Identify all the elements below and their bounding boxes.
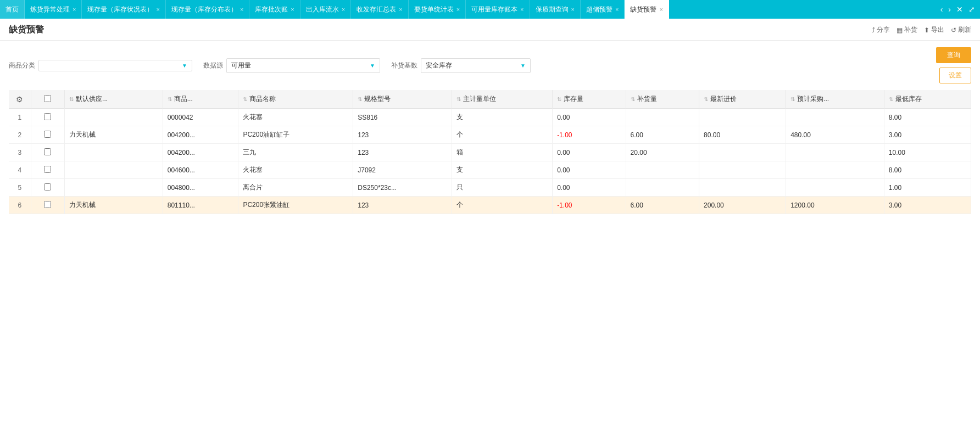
tab-inventory-status[interactable]: 现存量（库存状况表） ×	[82, 0, 165, 19]
tab-close-purchase-stat[interactable]: ×	[456, 6, 460, 13]
replenish-base-select[interactable]: 安全库存 ▼	[421, 58, 531, 73]
th-product-name[interactable]: ⇅ 商品名称	[238, 90, 353, 109]
replenish-button[interactable]: ▦ 补货	[897, 25, 917, 35]
row-checkbox[interactable]	[44, 148, 51, 155]
tab-close-inventory-status[interactable]: ×	[156, 6, 159, 13]
sort-icon-product-name: ⇅	[243, 96, 247, 102]
th-default-supplier[interactable]: ⇅ 默认供应...	[65, 90, 163, 109]
tab-inventory-dist[interactable]: 现存量（库存分布表） ×	[166, 0, 249, 19]
sort-icon-stock-qty: ⇅	[557, 96, 561, 102]
row-checkbox-cell[interactable]	[31, 179, 65, 197]
export-icon: ⬆	[924, 26, 929, 34]
row-stock-qty: 0.00	[553, 144, 626, 161]
tab-close-available-ledger[interactable]: ×	[520, 6, 524, 13]
tab-available-ledger[interactable]: 可用量库存账本 ×	[466, 0, 530, 19]
tab-shortage[interactable]: 缺货预警 ×	[625, 0, 669, 19]
settings-gear-icon[interactable]: ⚙	[16, 95, 23, 104]
page-title: 缺货预警	[9, 24, 44, 36]
export-button[interactable]: ⬆ 导出	[924, 25, 944, 35]
tab-bar: 首页 炼货异常处理 × 现存量（库存状况表） × 现存量（库存分布表） × 库存…	[0, 0, 980, 19]
row-checkbox-cell[interactable]	[31, 161, 65, 179]
row-number: 5	[9, 179, 31, 197]
tab-close-abnormal[interactable]: ×	[73, 6, 76, 13]
row-number: 2	[9, 126, 31, 144]
replenish-icon: ▦	[897, 26, 903, 34]
tab-close-batch-account[interactable]: ×	[291, 6, 294, 13]
category-chevron-icon: ▼	[182, 63, 187, 69]
replenish-base-value: 安全库存	[426, 61, 452, 70]
row-est-purchase	[786, 161, 884, 179]
tab-inout-flow[interactable]: 出入库流水 ×	[300, 0, 351, 19]
tab-overstock[interactable]: 超储预警 ×	[581, 0, 625, 19]
select-all-checkbox[interactable]	[44, 95, 51, 102]
datasource-filter-group: 数据源 可用量 ▼	[203, 58, 380, 73]
share-icon: ⤴	[872, 26, 875, 34]
row-est-purchase: 480.00	[786, 126, 884, 144]
row-unit: 支	[452, 109, 553, 126]
row-spec: J7092	[353, 161, 452, 179]
row-product-code: 004200...	[163, 126, 238, 144]
th-est-purchase[interactable]: ⇅ 预计采购...	[786, 90, 884, 109]
tab-close-expiry-query[interactable]: ×	[571, 6, 575, 13]
row-checkbox[interactable]	[44, 113, 51, 120]
tab-close-overstock[interactable]: ×	[615, 6, 619, 13]
row-checkbox-cell[interactable]	[31, 126, 65, 144]
row-unit: 支	[452, 161, 553, 179]
tab-close-inventory-dist[interactable]: ×	[240, 6, 243, 13]
datasource-select[interactable]: 可用量 ▼	[226, 58, 380, 73]
table-row: 1 0000042 火花塞 SS816 支 0.00 8.00	[9, 109, 971, 126]
row-checkbox[interactable]	[44, 201, 51, 208]
tab-close-shortage[interactable]: ×	[659, 6, 662, 13]
tab-batch-account[interactable]: 库存批次账 ×	[249, 0, 300, 19]
th-settings[interactable]: ⚙	[9, 90, 31, 109]
row-checkbox[interactable]	[44, 183, 51, 191]
refresh-button[interactable]: ↺ 刷新	[951, 25, 971, 35]
tab-collect-summary[interactable]: 收发存汇总表 ×	[351, 0, 408, 19]
datasource-chevron-icon: ▼	[370, 63, 375, 69]
row-supplier	[65, 161, 163, 179]
row-unit: 个	[452, 126, 553, 144]
sort-icon-supplier: ⇅	[69, 96, 74, 102]
th-checkbox[interactable]	[31, 90, 65, 109]
th-stock-qty[interactable]: ⇅ 库存量	[553, 90, 626, 109]
tab-next-button[interactable]: ›	[945, 4, 954, 15]
sort-icon-min-stock: ⇅	[889, 96, 893, 102]
tab-abnormal[interactable]: 炼货异常处理 ×	[25, 0, 82, 19]
tab-home[interactable]: 首页	[0, 0, 25, 19]
row-replenish-qty	[626, 161, 699, 179]
row-product-code: 004200...	[163, 144, 238, 161]
tab-close-all-button[interactable]: ✕	[954, 4, 966, 15]
row-checkbox-cell[interactable]	[31, 144, 65, 161]
sort-icon-latest-price: ⇅	[704, 96, 708, 102]
row-checkbox[interactable]	[44, 166, 51, 173]
row-supplier: 力天机械	[65, 197, 163, 214]
th-min-stock[interactable]: ⇅ 最低库存	[884, 90, 971, 109]
setting-button[interactable]: 设置	[939, 68, 971, 83]
row-spec: 123	[353, 126, 452, 144]
row-est-purchase	[786, 179, 884, 197]
row-stock-qty: -1.00	[553, 126, 626, 144]
th-spec[interactable]: ⇅ 规格型号	[353, 90, 452, 109]
query-button[interactable]: 查询	[936, 47, 971, 63]
row-checkbox-cell[interactable]	[31, 109, 65, 126]
share-button[interactable]: ⤴ 分享	[872, 25, 890, 35]
row-spec: 123	[353, 197, 452, 214]
th-replenish-qty[interactable]: ⇅ 补货量	[626, 90, 699, 109]
tab-prev-button[interactable]: ‹	[938, 4, 946, 15]
row-supplier	[65, 144, 163, 161]
tab-close-inout-flow[interactable]: ×	[342, 6, 345, 13]
tab-fullscreen-button[interactable]: ⤢	[966, 4, 978, 15]
row-checkbox[interactable]	[44, 131, 51, 138]
category-select[interactable]: ▼	[38, 60, 192, 71]
th-unit[interactable]: ⇅ 主计量单位	[452, 90, 553, 109]
tab-expiry-query[interactable]: 保质期查询 ×	[530, 0, 581, 19]
row-product-name: PC200张紧油缸	[238, 197, 353, 214]
row-checkbox-cell[interactable]	[31, 197, 65, 214]
row-unit: 个	[452, 197, 553, 214]
th-latest-price[interactable]: ⇅ 最新进价	[699, 90, 786, 109]
row-latest-price	[699, 179, 786, 197]
th-product-code[interactable]: ⇅ 商品...	[163, 90, 238, 109]
tab-close-collect-summary[interactable]: ×	[399, 6, 402, 13]
tab-purchase-stat[interactable]: 要货单统计表 ×	[409, 0, 466, 19]
row-min-stock: 3.00	[884, 126, 971, 144]
